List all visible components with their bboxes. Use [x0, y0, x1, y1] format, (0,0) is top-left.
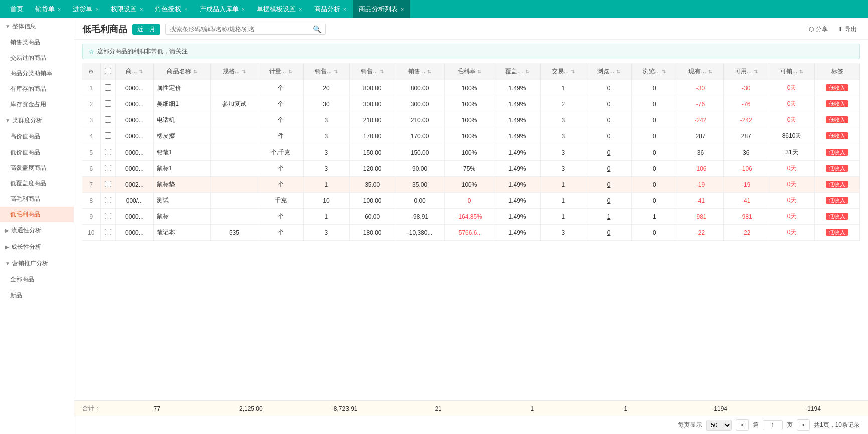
row-checkbox[interactable] [105, 181, 111, 187]
nav-home[interactable]: 首页 [4, 0, 29, 18]
cell-code: 0000... [115, 112, 154, 128]
nav-analysis[interactable]: 商品分析 × [308, 0, 353, 18]
cell-checkbox[interactable] [100, 161, 115, 177]
share-icon: ⬡ [809, 26, 814, 33]
settings-icon[interactable]: ⚙ [88, 68, 94, 75]
cell-code: 0000... [115, 161, 154, 177]
cell-name: 电话机 [154, 112, 211, 128]
nav-analysis-list[interactable]: 商品分析列表 × [353, 0, 410, 18]
th-sellable: 可销...⇅ [769, 63, 814, 80]
next-page-button[interactable]: ＞ [797, 419, 810, 431]
nav-sales[interactable]: 销货单 × [29, 0, 67, 18]
close-icon[interactable]: × [242, 6, 245, 12]
sidebar-group-growth[interactable]: ▶ 成长性分析 [0, 239, 74, 255]
search-input[interactable] [170, 26, 313, 33]
cell-checkbox[interactable] [100, 225, 115, 241]
prev-page-button[interactable]: ＜ [736, 419, 749, 431]
cell-unit: 件 [258, 128, 303, 144]
row-checkbox[interactable] [105, 100, 111, 107]
cell-checkbox[interactable] [100, 193, 115, 209]
row-checkbox[interactable] [105, 197, 111, 203]
nav-purchase[interactable]: 进货单 × [67, 0, 104, 18]
cell-browse2: 0 [632, 96, 677, 112]
sidebar-group-flow[interactable]: ▶ 流通性分析 [0, 222, 74, 239]
cell-browse1[interactable]: 0 [586, 193, 631, 209]
cell-trade: 1 [540, 193, 586, 209]
close-icon[interactable]: × [95, 6, 98, 12]
sidebar-group-general[interactable]: ▼ 整体信息 [0, 18, 74, 35]
close-icon[interactable]: × [140, 6, 143, 12]
share-button[interactable]: ⬡ 分享 [806, 24, 831, 35]
sidebar-item-high-coverage[interactable]: 高覆盖度商品 [0, 160, 74, 176]
cell-tag: 低收入 [815, 225, 860, 241]
sidebar-item-high-margin[interactable]: 高毛利商品 [0, 191, 74, 207]
cell-checkbox[interactable] [100, 177, 115, 193]
table-row: 4 0000... 橡皮擦 件 3 170.00 170.00 100% 1.4… [82, 128, 860, 144]
cell-browse1[interactable]: 0 [586, 144, 631, 161]
row-checkbox[interactable] [105, 132, 111, 139]
cell-trade: 1 [540, 177, 586, 193]
cell-current: -242 [677, 112, 723, 128]
page-size-select[interactable]: 50 20 100 [706, 420, 732, 431]
cell-amount: 35.00 [395, 177, 445, 193]
row-checkbox[interactable] [105, 213, 111, 219]
row-checkbox[interactable] [105, 84, 111, 91]
table-footer: 合计： 77 2,125.00 -8,723.91 21 1 1 -1194 -… [74, 400, 868, 416]
select-all-checkbox[interactable] [105, 68, 111, 74]
cell-browse1[interactable]: 0 [586, 161, 631, 177]
sidebar-item-low-coverage[interactable]: 低覆盖度商品 [0, 176, 74, 191]
cell-margin: -5766.6... [444, 225, 494, 241]
page-number-input[interactable] [763, 420, 783, 430]
close-icon[interactable]: × [299, 6, 302, 12]
cell-browse1[interactable]: 0 [586, 225, 631, 241]
sidebar-item-category-rate[interactable]: 商品分类助销率 [0, 66, 74, 81]
sidebar-item-high-value[interactable]: 高价值商品 [0, 129, 74, 144]
sidebar-item-low-value[interactable]: 低价值商品 [0, 144, 74, 160]
sidebar-item-sales-goods[interactable]: 销售类商品 [0, 35, 74, 50]
row-checkbox[interactable] [105, 165, 111, 171]
close-icon[interactable]: × [401, 6, 404, 12]
cell-sellable: 8610天 [769, 128, 814, 144]
cell-checkbox[interactable] [100, 144, 115, 161]
cell-num: 4 [82, 128, 100, 144]
cell-browse1[interactable]: 0 [586, 128, 631, 144]
cell-checkbox[interactable] [100, 96, 115, 112]
cell-browse1[interactable]: 1 [586, 209, 631, 225]
export-button[interactable]: ⬆ 导出 [835, 24, 860, 35]
sidebar-item-traded-goods[interactable]: 交易过的商品 [0, 50, 74, 66]
row-checkbox[interactable] [105, 149, 111, 155]
time-tag-button[interactable]: 近一月 [132, 24, 160, 35]
sidebar-item-stock-goods[interactable]: 有库存的商品 [0, 81, 74, 97]
tag-badge: 低收入 [826, 149, 848, 156]
cell-spec [211, 193, 258, 209]
row-checkbox[interactable] [105, 229, 111, 235]
sidebar-item-new-goods[interactable]: 新品 [0, 287, 74, 303]
nav-templates[interactable]: 单据模板设置 × [251, 0, 308, 18]
cell-checkbox[interactable] [100, 128, 115, 144]
cell-spec [211, 161, 258, 177]
cell-amount: 0.00 [395, 193, 445, 209]
cell-margin: 100% [444, 128, 494, 144]
nav-roles[interactable]: 角色授权 × [149, 0, 193, 18]
cell-browse1[interactable]: 0 [586, 96, 631, 112]
sidebar-item-low-margin[interactable]: 低毛利商品 [0, 207, 74, 222]
cell-browse1[interactable]: 0 [586, 112, 631, 128]
sidebar-group-marketing[interactable]: ▼ 营销推广分析 [0, 255, 74, 272]
cell-browse1[interactable]: 0 [586, 80, 631, 96]
close-icon[interactable]: × [58, 6, 61, 12]
close-icon[interactable]: × [343, 6, 346, 12]
nav-products[interactable]: 产成品入库单 × [194, 0, 251, 18]
cell-margin: 100% [444, 177, 494, 193]
sidebar-item-capital[interactable]: 库存资金占用 [0, 97, 74, 112]
cell-checkbox[interactable] [100, 209, 115, 225]
sidebar-group-cluster[interactable]: ▼ 类群度分析 [0, 112, 74, 129]
cell-checkbox[interactable] [100, 112, 115, 128]
cell-num: 10 [82, 225, 100, 241]
sidebar-item-all-goods[interactable]: 全部商品 [0, 272, 74, 287]
nav-permissions[interactable]: 权限设置 × [105, 0, 149, 18]
cell-margin: 75% [444, 161, 494, 177]
row-checkbox[interactable] [105, 116, 111, 123]
cell-browse1[interactable]: 0 [586, 177, 631, 193]
close-icon[interactable]: × [184, 6, 187, 12]
cell-checkbox[interactable] [100, 80, 115, 96]
